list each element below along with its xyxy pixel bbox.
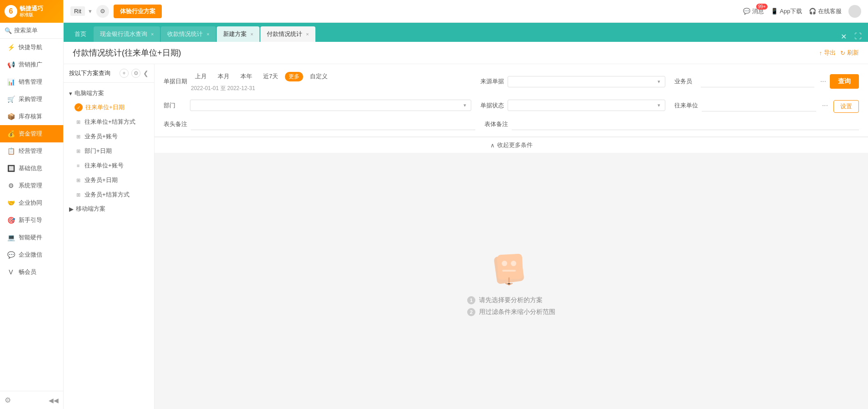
date-this-year[interactable]: 本年 <box>236 71 256 82</box>
salesperson-more-button[interactable]: ··· <box>820 77 826 86</box>
receipt-stats-tab-close[interactable]: × <box>206 31 209 37</box>
refresh-button[interactable]: ↻ 刷新 <box>840 49 859 57</box>
body-note-input[interactable] <box>512 118 859 130</box>
voucher-status-select[interactable]: ▾ <box>508 100 665 111</box>
sidebar-item-wechat[interactable]: 💬 企业微信 <box>0 246 63 263</box>
date-last-month[interactable]: 上月 <box>191 71 211 82</box>
trial-button[interactable]: 体验行业方案 <box>114 5 162 18</box>
scheme-grid-icon: ⊞ <box>75 177 82 184</box>
salesperson-input[interactable] <box>701 76 814 87</box>
filter-item-header-note: 表头备注 <box>164 118 475 130</box>
tab-payment-stats[interactable]: 付款情况统计 × <box>260 26 315 42</box>
salesperson-label: 业务员 <box>674 77 697 86</box>
sidebar-item-label: 营销推广 <box>19 61 42 69</box>
empty-illustration <box>489 246 534 292</box>
scheme-item-partner-date[interactable]: ✓ 往来单位+日期 <box>64 100 154 115</box>
scheme-item-salesperson-payment[interactable]: ⊞ 业务员+结算方式 <box>64 187 154 202</box>
export-label: 导出 <box>824 49 836 57</box>
mobile-group-label: 移动端方案 <box>76 205 105 213</box>
sidebar-item-enterprise[interactable]: 🤝 企业协同 <box>0 194 63 212</box>
tabbar-controls: ✕ ⛶ <box>838 31 863 42</box>
scheme-grid-icon: ⊞ <box>75 118 82 126</box>
sidebar: 6 畅捷通巧 标准版 🔍 搜索菜单 ⚡ 快捷导航 📢 营销推广 📊 销售管理 🛒… <box>0 0 64 409</box>
sidebar-item-label: 智能硬件 <box>19 233 42 242</box>
topbar-actions: 💬 消息 99+ 📱 App下载 🎧 在线客服 <box>743 5 861 18</box>
guide-icon: 🎯 <box>7 216 15 224</box>
online-service-button[interactable]: 🎧 在线客服 <box>809 7 842 15</box>
user-dropdown-arrow[interactable]: ▾ <box>89 8 92 15</box>
scheme-panel: 按以下方案查询 + ⚙ ❮ ▾ 电脑端方案 <box>64 64 155 409</box>
maximize-button[interactable]: ⛶ <box>853 31 863 42</box>
date-custom-button[interactable]: 自定义 <box>306 71 332 82</box>
close-all-tabs-button[interactable]: ✕ <box>838 31 849 42</box>
search-icon: 🔍 <box>5 27 12 34</box>
partner-more-button[interactable]: ··· <box>822 101 828 110</box>
bank-flow-tab-close[interactable]: × <box>151 31 154 37</box>
tab-new-scheme[interactable]: 新建方案 × <box>217 26 259 42</box>
header-note-input[interactable] <box>191 118 475 130</box>
payment-stats-tab-close[interactable]: × <box>306 31 309 37</box>
page-header-actions: ↑ 导出 ↻ 刷新 <box>819 49 859 57</box>
sidebar-nav: ⚡ 快捷导航 📢 营销推广 📊 销售管理 🛒 采购管理 📦 库存核算 💰 资金管… <box>0 39 63 391</box>
partner-input[interactable] <box>702 100 816 111</box>
scheme-panel-collapse-button[interactable]: ❮ <box>143 70 149 77</box>
sidebar-item-basic[interactable]: 🔲 基础信息 <box>0 160 63 177</box>
scheme-item-dept-date[interactable]: ⊞ 部门+日期 <box>64 144 154 158</box>
collapse-bar[interactable]: ∧ 收起更多条件 <box>155 137 868 153</box>
sidebar-item-guide[interactable]: 🎯 新手引导 <box>0 212 63 229</box>
scheme-settings-button[interactable]: ⚙ <box>131 69 140 78</box>
sidebar-item-fund[interactable]: 💰 资金管理 <box>0 125 63 142</box>
business-icon: 📋 <box>7 147 15 155</box>
scheme-item-salesperson-account[interactable]: ⊞ 业务员+账号 <box>64 129 154 144</box>
search-menu[interactable]: 🔍 搜索菜单 <box>0 23 63 39</box>
sidebar-item-quick-nav[interactable]: ⚡ 快捷导航 <box>0 39 63 56</box>
source-select[interactable]: ▾ <box>508 76 665 87</box>
sidebar-item-hardware[interactable]: 💻 智能硬件 <box>0 229 63 246</box>
refresh-icon: ↻ <box>840 50 845 56</box>
sidebar-item-vip[interactable]: V 畅会员 <box>0 263 63 281</box>
scheme-item-label: 往来单位+结算方式 <box>85 118 135 126</box>
sidebar-item-sales[interactable]: 📊 销售管理 <box>0 73 63 91</box>
tab-receipt-stats[interactable]: 收款情况统计 × <box>161 26 215 42</box>
filter-settings-button[interactable]: 设置 <box>833 100 859 113</box>
query-button[interactable]: 查询 <box>830 74 859 89</box>
topbar-settings-button[interactable]: ⚙ <box>96 5 109 18</box>
sidebar-item-marketing[interactable]: 📢 营销推广 <box>0 56 63 73</box>
filter-row-1: 单据日期 上月 本月 本年 近7天 更多 自定义 20 <box>164 71 859 92</box>
scheme-item-salesperson-date[interactable]: ⊞ 业务员+日期 <box>64 173 154 187</box>
sidebar-item-business[interactable]: 📋 经营管理 <box>0 142 63 160</box>
scheme-group-mobile-header[interactable]: ▶ 移动端方案 <box>64 202 154 216</box>
topbar: Rit ▾ ⚙ 体验行业方案 💬 消息 99+ 📱 App下载 🎧 在线客服 <box>64 0 868 23</box>
sidebar-collapse-icon[interactable]: ◀◀ <box>49 397 59 404</box>
date-range-display: 2022-01-01 至 2022-12-31 <box>191 85 332 92</box>
content-area: 按以下方案查询 + ⚙ ❮ ▾ 电脑端方案 <box>64 64 868 409</box>
filter-item-partner: 往来单位 ··· 设置 <box>674 98 859 113</box>
date-this-month[interactable]: 本月 <box>214 71 234 82</box>
scheme-item-partner-payment[interactable]: ⊞ 往来单位+结算方式 <box>64 115 154 129</box>
date-last-7-days[interactable]: 近7天 <box>259 71 282 82</box>
tab-bank-flow[interactable]: 现金银行流水查询 × <box>94 26 160 42</box>
sidebar-item-system[interactable]: ⚙ 系统管理 <box>0 177 63 194</box>
export-button[interactable]: ↑ 导出 <box>819 49 836 57</box>
scheme-item-partner-account[interactable]: ≡ 往来单位+账号 <box>64 158 154 173</box>
sidebar-item-purchase[interactable]: 🛒 采购管理 <box>0 91 63 108</box>
svg-rect-4 <box>502 270 516 272</box>
tab-home[interactable]: 首页 <box>68 26 93 42</box>
new-scheme-tab-close[interactable]: × <box>250 31 253 37</box>
sidebar-item-inventory[interactable]: 📦 库存核算 <box>0 108 63 125</box>
scheme-item-label: 往来单位+账号 <box>85 162 124 170</box>
user-avatar[interactable] <box>848 5 861 18</box>
header-note-label: 表头备注 <box>164 120 187 128</box>
add-scheme-button[interactable]: + <box>120 69 129 78</box>
scheme-group-desktop-header[interactable]: ▾ 电脑端方案 <box>64 86 154 100</box>
sidebar-item-label: 系统管理 <box>19 182 42 190</box>
partner-label: 往来单位 <box>674 101 698 110</box>
message-button[interactable]: 💬 消息 99+ <box>743 7 764 15</box>
date-more-button[interactable]: 更多 <box>285 72 303 81</box>
scheme-item-label: 业务员+结算方式 <box>85 191 130 199</box>
dept-select[interactable]: ▾ <box>190 100 471 111</box>
scheme-grid-icon: ⊞ <box>75 191 82 198</box>
svg-point-3 <box>511 261 516 266</box>
sidebar-settings-icon[interactable]: ⚙ <box>5 396 11 404</box>
app-download-button[interactable]: 📱 App下载 <box>771 7 802 15</box>
